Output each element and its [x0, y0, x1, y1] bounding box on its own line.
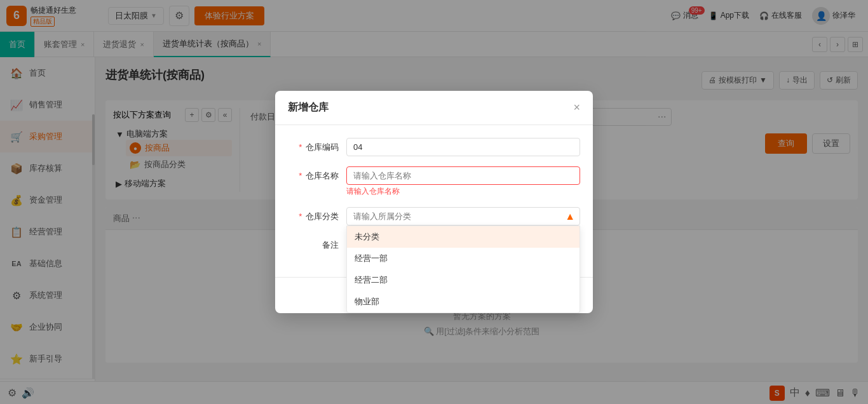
form-row-category: * 仓库分类 ▲ 未分类 经营一部 — [288, 207, 580, 226]
code-field-input[interactable] — [346, 138, 580, 156]
dropdown-item-0[interactable]: 未分类 — [347, 226, 580, 248]
category-field-input[interactable] — [346, 207, 580, 226]
note-field-label: 备注 — [288, 236, 339, 251]
dropdown-item-3[interactable]: 物业部 — [347, 291, 580, 313]
name-field-input[interactable] — [346, 166, 580, 185]
category-dropdown-list: 未分类 经营一部 经营二部 物业部 — [346, 226, 580, 313]
category-input-wrap: ▲ — [346, 207, 580, 226]
name-error-msg: 请输入仓库名称 — [346, 186, 580, 197]
name-field-control: 请输入仓库名称 — [346, 166, 580, 197]
modal-title: 新增仓库 — [288, 101, 329, 114]
form-row-code: * 仓库编码 — [288, 138, 580, 156]
code-field-control — [346, 138, 580, 156]
modal-close-button[interactable]: × — [573, 101, 580, 114]
dropdown-item-2[interactable]: 经营二部 — [347, 269, 580, 291]
category-field-control: ▲ 未分类 经营一部 经营二部 物业部 — [346, 207, 580, 226]
form-row-name: * 仓库名称 请输入仓库名称 — [288, 166, 580, 197]
modal-body: * 仓库编码 * 仓库名称 请输入仓库名称 — [275, 125, 593, 277]
dropdown-item-1[interactable]: 经营一部 — [347, 248, 580, 269]
modal-overlay: 新增仓库 × * 仓库编码 * 仓库名称 — [0, 0, 868, 404]
category-toggle-btn[interactable]: ▲ — [565, 211, 575, 222]
name-field-label: * 仓库名称 — [288, 166, 339, 182]
modal-header: 新增仓库 × — [275, 91, 593, 125]
category-field-label: * 仓库分类 — [288, 207, 339, 222]
new-warehouse-modal: 新增仓库 × * 仓库编码 * 仓库名称 — [275, 91, 593, 313]
code-field-label: * 仓库编码 — [288, 138, 339, 153]
